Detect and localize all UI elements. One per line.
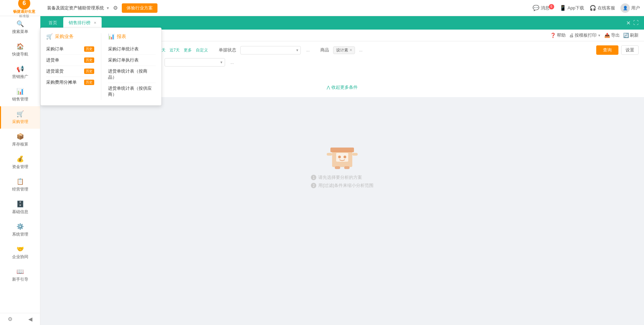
- dropdown-report-3[interactable]: 进货单统计表（按供应商）: [108, 83, 156, 100]
- sidebar-item-system[interactable]: ⚙️ 系统管理: [0, 219, 40, 241]
- svg-point-4: [344, 156, 346, 158]
- staff-select[interactable]: [165, 58, 225, 67]
- purchase-icon: 🛒: [16, 110, 24, 118]
- history-badge-3: 历史: [84, 80, 94, 85]
- sidebar-item-base[interactable]: 🗄️ 基础信息: [0, 196, 40, 219]
- goods-tag: 设计素 ×: [333, 46, 355, 54]
- maximize-window-btn[interactable]: ⛶: [633, 20, 639, 26]
- top-right: 💬 消息 6 📱 App下载 🎧 在线客服 👤 用户: [533, 3, 640, 13]
- status-select-wrapper: ▼: [240, 46, 301, 54]
- dropdown-divider: [101, 33, 101, 100]
- export-btn[interactable]: 📤 导出: [604, 32, 620, 38]
- staff-select-wrapper: ▼: [165, 58, 225, 67]
- sidebar-item-operations[interactable]: 📋 经营管理: [0, 174, 40, 196]
- svg-rect-6: [352, 153, 358, 156]
- setting-btn[interactable]: 设置: [621, 45, 639, 55]
- dropdown-report-2[interactable]: 进货单统计表（按商品）: [108, 66, 156, 83]
- status-more[interactable]: ...: [306, 48, 310, 52]
- industry-btn[interactable]: 体验行业方案: [122, 3, 157, 13]
- sidebar-item-marketing[interactable]: 📢 营销推广: [0, 61, 40, 84]
- window-controls: ✕ ⛶: [626, 20, 641, 26]
- dropdown-menu: 🛒 采购业务 采购订单 历史 进货单 历史 进货退货 历史 采购费用分摊单 历史…: [40, 28, 162, 106]
- tab-sales-rank[interactable]: 销售排行榜 ×: [63, 17, 102, 29]
- goods-tag-close[interactable]: ×: [350, 48, 352, 52]
- refresh-btn[interactable]: 🔄 刷新: [623, 32, 639, 38]
- top-bar: 6 畅捷通好生意 标准版 装备及固定资产辅助管理系统 ▼ ⚙ 体验行业方案 💬 …: [0, 0, 644, 16]
- status-select[interactable]: [240, 46, 301, 54]
- sidebar-item-quick[interactable]: 🏠 快捷导航: [0, 39, 40, 61]
- brand-name: 畅捷通好生意: [13, 9, 35, 14]
- goods-more[interactable]: ...: [359, 48, 362, 52]
- message-btn[interactable]: 💬 消息 6: [533, 5, 554, 11]
- guide-icon: 📖: [16, 268, 24, 275]
- settings-icon[interactable]: ⚙: [113, 5, 118, 11]
- toolbar-actions: ❓ 帮助 🖨 按模板打印 ▼ 📤 导出 🔄 刷新: [550, 32, 639, 38]
- sidebar-item-inventory[interactable]: 📦 库存核算: [0, 129, 40, 151]
- staff-more[interactable]: ...: [230, 60, 234, 65]
- date-quick-7days[interactable]: 近7天: [170, 47, 180, 53]
- dropdown-goods-in[interactable]: 进货单 历史: [46, 55, 94, 66]
- sidebar-collapse-btn[interactable]: ◀: [28, 316, 32, 322]
- history-badge-1: 历史: [84, 57, 94, 63]
- date-quick-more[interactable]: 更多: [184, 47, 192, 53]
- system-icon: ⚙️: [16, 223, 24, 230]
- sidebar-item-purchase[interactable]: 🛒 采购管理: [0, 106, 40, 129]
- home-icon: 🏠: [16, 43, 24, 50]
- system-title-arrow[interactable]: ▼: [106, 6, 110, 10]
- tab-home[interactable]: 首页: [43, 17, 63, 29]
- dropdown-goods-return[interactable]: 进货退货 历史: [46, 66, 94, 77]
- sales-icon: 📊: [16, 88, 24, 95]
- close-window-btn[interactable]: ✕: [626, 20, 631, 26]
- app-download-btn[interactable]: 📱 App下载: [560, 5, 584, 11]
- print-btn[interactable]: 🖨 按模板打印 ▼: [569, 32, 601, 38]
- sidebar-item-finance[interactable]: 💰 资金管理: [0, 151, 40, 174]
- message-badge: 6: [549, 4, 554, 9]
- base-icon: 🗄️: [16, 200, 24, 208]
- status-label: 单据状态: [219, 47, 236, 53]
- goods-label: 商品: [320, 47, 329, 53]
- query-actions: 查询 设置: [596, 45, 639, 55]
- system-title: 装备及固定资产辅助管理系统: [47, 5, 104, 11]
- finance-icon: 💰: [16, 155, 24, 163]
- date-quick-custom[interactable]: 自定义: [196, 47, 208, 53]
- logo-area: 6 畅捷通好生意 标准版: [4, 0, 44, 20]
- dropdown-purchase-order[interactable]: 采购订单 历史: [46, 44, 94, 55]
- svg-rect-8: [344, 166, 350, 169]
- svg-rect-1: [330, 148, 354, 152]
- collab-icon: 🤝: [16, 245, 24, 253]
- user-btn[interactable]: 👤 用户: [620, 3, 640, 13]
- brand-tag: 标准版: [19, 14, 29, 18]
- logo-icon: 6: [18, 0, 30, 9]
- sidebar: 🔍 搜索菜单 🏠 快捷导航 📢 营销推广 📊 销售管理 🛒 采购管理 📦 库存核…: [0, 16, 40, 325]
- operations-icon: 📋: [16, 178, 24, 185]
- dropdown-report-0[interactable]: 采购订单统计表: [108, 44, 156, 55]
- query-btn[interactable]: 查询: [596, 45, 618, 55]
- svg-rect-5: [327, 153, 332, 156]
- marketing-icon: 📢: [16, 65, 24, 73]
- history-badge-0: 历史: [84, 46, 94, 52]
- sidebar-settings-btn[interactable]: ⚙: [8, 316, 12, 322]
- empty-illustration: [322, 140, 362, 170]
- dropdown-report-1[interactable]: 采购订单执行表: [108, 55, 156, 66]
- avatar: 👤: [620, 3, 630, 13]
- inventory-icon: 📦: [16, 133, 24, 140]
- svg-point-3: [338, 156, 341, 158]
- sidebar-item-guide[interactable]: 📖 新手引导: [0, 264, 40, 286]
- history-badge-2: 历史: [84, 69, 94, 74]
- tab-close-btn[interactable]: ×: [94, 20, 97, 25]
- help-btn[interactable]: ❓ 帮助: [550, 32, 566, 38]
- dropdown-purchase-cost[interactable]: 采购费用分摊单 历史: [46, 77, 94, 88]
- search-icon: 🔍: [16, 20, 24, 28]
- dropdown-purchase-title: 🛒 采购业务: [46, 33, 94, 40]
- dropdown-report-title: 📊 报表: [108, 33, 156, 40]
- svg-rect-7: [335, 166, 340, 169]
- sidebar-item-sales[interactable]: 📊 销售管理: [0, 84, 40, 106]
- dropdown-report-col: 📊 报表 采购订单统计表 采购订单执行表 进货单统计表（按商品） 进货单统计表（…: [108, 33, 156, 100]
- empty-tip: 1 请先选择要分析的方案 2 用[过滤]条件来缩小分析范围: [311, 174, 373, 189]
- sidebar-bottom: ⚙ ◀: [0, 313, 40, 325]
- empty-state: 1 请先选择要分析的方案 2 用[过滤]条件来缩小分析范围: [40, 97, 644, 232]
- online-service-btn[interactable]: 🎧 在线客服: [589, 5, 615, 11]
- sidebar-item-collab[interactable]: 🤝 企业协同: [0, 241, 40, 264]
- dropdown-purchase-col: 🛒 采购业务 采购订单 历史 进货单 历史 进货退货 历史 采购费用分摊单 历史: [46, 33, 94, 100]
